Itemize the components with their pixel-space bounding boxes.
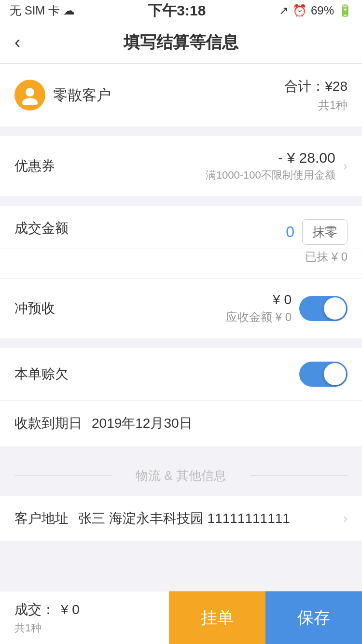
transaction-input[interactable] [256,223,294,241]
transaction-value-area: 抹零 [256,219,348,245]
save-button[interactable]: 保存 [265,591,362,644]
address-row[interactable]: 客户地址 张三 海淀永丰科技园 11111111111 › [0,496,362,541]
nav-bar: ‹ 填写结算等信息 [0,21,362,64]
user-icon [20,85,40,105]
status-bar: 无 SIM 卡 ☁ 下午3:18 ↗ ⏰ 69% 🔋 [0,0,362,21]
customer-avatar [14,80,45,111]
page-title: 填写结算等信息 [124,31,238,54]
status-right: ↗ ⏰ 69% 🔋 [279,4,352,17]
bottom-bar: 成交： ¥ 0 共1种 挂单 保存 [0,591,362,644]
already-rounded-row: 已抹 ¥ 0 [0,249,362,278]
round-zero-button[interactable]: 抹零 [302,219,348,245]
customer-name: 零散客户 [53,85,111,105]
coupon-desc: 满1000-100不限制使用金额 [206,168,335,182]
svg-point-0 [26,88,34,97]
due-date-value: 2019年12月30日 [92,414,193,433]
transaction-label: 成交金额 [14,219,69,238]
bottom-deal-row: 成交： ¥ 0 [14,601,154,619]
customer-right: 合计：¥28 共1种 [284,77,348,113]
bottom-count: 共1种 [14,621,154,635]
prepay-amount: ¥ 0 [226,292,292,308]
address-label: 客户地址 [14,509,69,528]
logistics-line-right [251,476,348,476]
prepay-row: 冲预收 ¥ 0 应收金额 ¥ 0 [0,278,362,338]
toggle-knob [324,297,346,320]
credit-toggle-knob [324,363,346,385]
logistics-label: 物流 & 其他信息 [136,467,226,484]
customer-row: 零散客户 合计：¥28 共1种 [0,64,362,126]
prepay-label: 冲预收 [14,299,55,318]
already-rounded-text: 已抹 ¥ 0 [305,249,348,265]
credit-toggle-area [299,362,348,387]
back-button[interactable]: ‹ [14,32,20,53]
prepay-block: ¥ 0 应收金额 ¥ 0 [226,292,292,325]
logistics-divider: 物流 & 其他信息 [0,456,362,496]
transaction-section: 成交金额 抹零 已抹 ¥ 0 冲预收 ¥ 0 应收金额 ¥ 0 [0,206,362,338]
location-icon: ↗ [279,4,289,17]
customer-total: 合计：¥28 [284,77,348,96]
coupon-value-area: - ¥ 28.00 满1000-100不限制使用金额 › [206,150,348,182]
prepay-receivable: 应收金额 ¥ 0 [226,309,292,325]
customer-left: 零散客户 [14,80,111,111]
chevron-right-icon: › [343,158,348,174]
coupon-label: 优惠券 [14,157,55,175]
bottom-info: 成交： ¥ 0 共1种 [0,591,169,644]
status-time: 下午3:18 [148,1,206,21]
address-value: 张三 海淀永丰科技园 11111111111 [78,509,334,528]
coupon-row[interactable]: 优惠券 - ¥ 28.00 满1000-100不限制使用金额 › [0,136,362,196]
credit-toggle[interactable] [299,362,348,387]
bottom-deal-amount: ¥ 0 [61,602,80,617]
prepay-value-area: ¥ 0 应收金额 ¥ 0 [226,292,348,325]
logistics-line-left [14,476,111,476]
credit-row: 本单赊欠 [0,348,362,401]
no-sim-label: 无 SIM 卡 ☁ [10,3,75,18]
battery-icon: 🔋 [338,4,352,17]
due-date-row: 收款到期日 2019年12月30日 [0,401,362,446]
credit-label: 本单赊欠 [14,365,69,383]
coupon-section[interactable]: 优惠券 - ¥ 28.00 满1000-100不限制使用金额 › [0,136,362,196]
address-chevron-icon: › [343,511,348,526]
hang-button[interactable]: 挂单 [169,591,265,644]
status-left: 无 SIM 卡 ☁ [10,3,75,18]
svg-point-1 [22,98,38,105]
due-date-label: 收款到期日 [14,414,82,433]
prepay-toggle[interactable] [299,296,348,321]
content-area: 零散客户 合计：¥28 共1种 优惠券 - ¥ 28.00 满1000-100不… [0,64,362,609]
credit-section: 本单赊欠 收款到期日 2019年12月30日 [0,348,362,446]
alarm-icon: ⏰ [292,4,307,17]
bottom-deal-label: 成交： [14,601,55,619]
coupon-discount: - ¥ 28.00 [206,150,335,166]
battery-label: 69% [311,4,334,17]
customer-count: 共1种 [284,98,348,113]
transaction-amount-row: 成交金额 抹零 [0,206,362,249]
coupon-value-block: - ¥ 28.00 满1000-100不限制使用金额 [206,150,335,182]
